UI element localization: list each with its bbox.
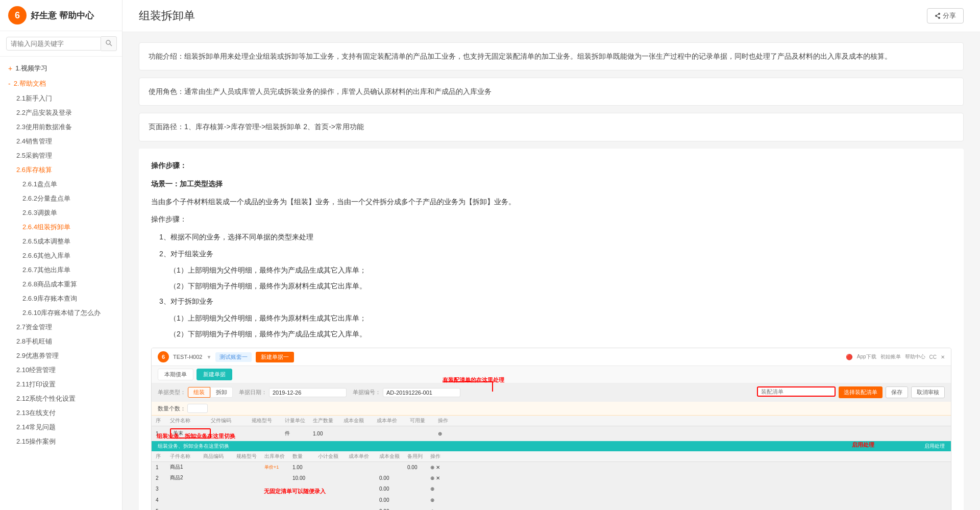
mock-type-assemble[interactable]: 组装: [188, 387, 210, 398]
search-icon: [105, 39, 112, 46]
mock-field-type: 单据类型： 组装 拆卸: [158, 387, 233, 398]
mock-type-selector: 组装 拆卸: [188, 387, 233, 398]
sidebar-item-faq[interactable]: 2.14常见问题: [0, 420, 122, 434]
sidebar-item-inventory-ledger[interactable]: 2.6.9库存账本查询: [0, 292, 122, 306]
brand-name: 好生意 帮助中心: [31, 10, 94, 21]
sidebar-item-finance[interactable]: 2.7资金管理: [0, 320, 122, 334]
mock-lower-row-5: 5 0.00 ⊕: [152, 506, 951, 510]
mock-upper-table-row: 1 关末 件 1.00 ⊕: [152, 426, 951, 441]
mock-topbar-right: 🔴 App下载 初始账单 帮助中心 CC ✕: [846, 353, 945, 360]
mock-field-number: 单据编号：: [353, 388, 460, 397]
sidebar-item-inventory-fix[interactable]: 2.6.10库存账本错了怎么办: [0, 306, 122, 320]
mock-upper-section-label: 数量个数：: [152, 402, 951, 416]
sidebar-item-coupon[interactable]: 2.9优惠券管理: [0, 349, 122, 363]
sidebar: 6 好生意 帮助中心 + 1.视频学习 - 2.帮助文档 2.1新手入门 2.2…: [0, 0, 122, 510]
steps-block: 操作步骤： 场景一：加工类型选择 当由多个子件材料组装成一个成品的业务为【组装】…: [139, 149, 964, 510]
mock-section-divider: 组装业务、拆卸业务在这里切换 启用处理: [152, 441, 951, 451]
mock-new-btn[interactable]: 新建单据一: [256, 352, 294, 362]
screenshot-inner: 6 TEST-H002 ▼ 测试账套一 新建单据一 🔴 App下载 初始账单 帮…: [152, 348, 951, 510]
svg-point-0: [106, 40, 110, 44]
screenshot-container: 6 TEST-H002 ▼ 测试账套一 新建单据一 🔴 App下载 初始账单 帮…: [151, 348, 951, 510]
mock-type-disassemble[interactable]: 拆卸: [210, 387, 233, 398]
search-button[interactable]: [101, 36, 117, 51]
mock-topbar: 6 TEST-H002 ▼ 测试账套一 新建单据一 🔴 App下载 初始账单 帮…: [152, 348, 951, 366]
mock-form-row: 单据类型： 组装 拆卸 单据日期： 单据编: [152, 383, 951, 402]
sidebar-item-other-in[interactable]: 2.6.6其他入库单: [0, 249, 122, 263]
mock-qty-input[interactable]: [187, 404, 208, 413]
main-content: 组装拆卸单 分享 功能介绍：组装拆卸单用来处理企业组装或拆卸等加工业务，支持有固…: [122, 0, 980, 510]
mock-lower-row-3: 3 0.00 ⊕: [152, 483, 951, 495]
sidebar-item-assembly[interactable]: 2.6.4组装拆卸单: [0, 220, 122, 234]
mock-logo: 6: [158, 351, 169, 362]
mock-tabs-toolbar: 本期债单 新建单据: [152, 366, 951, 383]
share-button[interactable]: 分享: [927, 8, 964, 23]
sidebar-item-purchase[interactable]: 2.5采购管理: [0, 149, 122, 163]
sidebar-item-transfer[interactable]: 2.6.3调拨单: [0, 206, 122, 220]
steps-title: 操作步骤：: [151, 159, 951, 173]
sidebar-item-partial-stocktake[interactable]: 2.6.2分量盘点单: [0, 191, 122, 206]
mock-bom-field: [757, 386, 836, 398]
sidebar-item-newbie[interactable]: 2.1新手入门: [0, 91, 122, 106]
sidebar-item-operation[interactable]: 2.10经营管理: [0, 363, 122, 377]
intro-box-1: 功能介绍：组装拆卸单用来处理企业组装或拆卸等加工业务，支持有固定装配清单的产品加…: [139, 42, 964, 70]
mock-number-input[interactable]: [383, 388, 460, 397]
step2-1: （1）上部明细为父件明细，最终作为产成品生成其它入库单；: [169, 263, 951, 277]
step1: 1、根据不同的业务，选择不同单据的类型来处理: [159, 230, 951, 244]
share-icon: [935, 13, 941, 19]
sidebar-item-cost-adjust[interactable]: 2.6.5成本调整单: [0, 234, 122, 249]
sidebar-item-stocktake[interactable]: 2.6.1盘点单: [0, 177, 122, 191]
main-header: 组装拆卸单 分享: [122, 0, 980, 32]
step3-1: （1）上部明细为父件明细，最终作为原材料生成其它出库单；: [169, 311, 951, 325]
search-input[interactable]: [6, 37, 101, 51]
sidebar-item-mobile[interactable]: 2.8手机旺铺: [0, 334, 122, 349]
step3-2: （2）下部明细为子件明细，最终作为产成品生成其它入库单。: [169, 327, 951, 341]
mock-save-btn[interactable]: 保存: [886, 386, 908, 398]
sidebar-item-video[interactable]: + 1.视频学习: [0, 61, 122, 76]
app-logo: 6: [8, 6, 27, 25]
mock-cancel-btn[interactable]: 取消审核: [911, 386, 945, 398]
sidebar-item-install[interactable]: 2.2产品安装及登录: [0, 106, 122, 120]
mock-date-input[interactable]: [269, 388, 347, 397]
intro-box-3: 页面路径：1、库存核算->库存管理->组装拆卸单 2、首页->常用功能: [139, 113, 964, 141]
mock-lower-row-1: 1 商品1 单价+1 1.00 0.00 ⊕ ✕: [152, 462, 951, 473]
sidebar-item-data-prep[interactable]: 2.3使用前数据准备: [0, 120, 122, 134]
step2-2: （2）下部明细为子件明细，最终作为原材料生成其它出库单。: [169, 279, 951, 293]
sidebar-header: 6 好生意 帮助中心: [0, 0, 122, 31]
step2: 2、对于组装业务: [159, 247, 951, 261]
mock-upper-table-header: 序 父件名称 父件编码 规格型号 计量单位 生产数量 成本金额 成本单价 可用量…: [152, 416, 951, 426]
page-title: 组装拆卸单: [139, 8, 195, 23]
mock-tab-new[interactable]: 新建单据: [197, 369, 232, 380]
sidebar-item-inventory[interactable]: 2.6库存核算: [0, 163, 122, 177]
mock-select-bom-btn[interactable]: 选择装配清单: [839, 386, 883, 398]
svg-line-1: [110, 44, 112, 46]
steps-intro: 操作步骤：: [151, 212, 951, 226]
sidebar-item-cost-recalc[interactable]: 2.6.8商品成本重算: [0, 277, 122, 292]
mock-lower-row-2: 2 商品2 10.00 0.00 ⊕ ✕: [152, 473, 951, 483]
sidebar-item-print[interactable]: 2.11打印设置: [0, 377, 122, 392]
sidebar-item-cases[interactable]: 2.15操作案例: [0, 434, 122, 449]
content-area: 功能介绍：组装拆卸单用来处理企业组装或拆卸等加工业务，支持有固定装配清单的产品加…: [122, 32, 980, 510]
mock-lower-row-4: 4 0.00 ⊕: [152, 495, 951, 506]
mock-lower-table-header: 序 子件名称 商品编码 规格型号 出库单价 数量 小计金额 成本单价 成本金额 …: [152, 451, 951, 462]
scene1-desc: 当由多个子件材料组装成一个成品的业务为【组装】业务，当由一个父件拆分成多个子产品…: [151, 195, 951, 209]
mock-tab-list[interactable]: 本期债单: [158, 369, 193, 380]
mock-upper-table-container: 序 父件名称 父件编码 规格型号 计量单位 生产数量 成本金额 成本单价 可用量…: [152, 416, 951, 441]
step3: 3、对于拆卸业务: [159, 295, 951, 308]
sidebar-item-sales[interactable]: 2.4销售管理: [0, 134, 122, 149]
intro-box-2: 使用角色：通常由生产人员或库管人员完成拆装业务的操作，库管人员确认原材料的出库和…: [139, 78, 964, 106]
mock-form-actions: 选择装配清单 保存 取消审核: [757, 386, 945, 398]
mock-company: TEST-H002: [173, 354, 202, 360]
search-box: [0, 31, 122, 57]
sidebar-item-customize[interactable]: 2.12系统个性化设置: [0, 392, 122, 406]
sidebar-item-docs[interactable]: - 2.帮助文档: [0, 76, 122, 91]
scene1-title: 场景一：加工类型选择: [151, 177, 951, 191]
mock-lower-table-container: 序 子件名称 商品编码 规格型号 出库单价 数量 小计金额 成本单价 成本金额 …: [152, 451, 951, 510]
mock-badge: 测试账套一: [215, 352, 252, 362]
mock-bom-input[interactable]: [757, 386, 836, 397]
mock-parent-name: 关末: [170, 428, 211, 439]
sidebar-item-other-out[interactable]: 2.6.7其他出库单: [0, 263, 122, 277]
sidebar-nav: + 1.视频学习 - 2.帮助文档 2.1新手入门 2.2产品安装及登录 2.3…: [0, 57, 122, 510]
mock-field-date: 单据日期：: [239, 388, 347, 397]
mock-ui-wrapper: 6 TEST-H002 ▼ 测试账套一 新建单据一 🔴 App下载 初始账单 帮…: [152, 348, 951, 510]
sidebar-item-payment[interactable]: 2.13在线支付: [0, 406, 122, 420]
